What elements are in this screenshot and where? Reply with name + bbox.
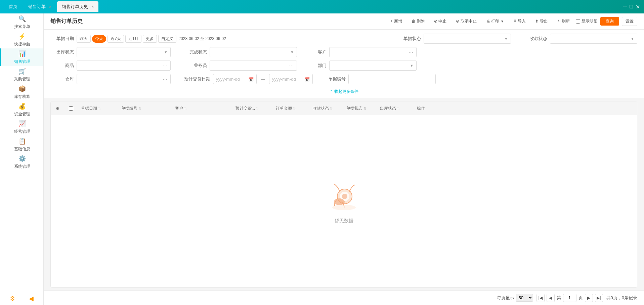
query-button[interactable]: 查询 [600, 17, 619, 26]
bill-number-input[interactable] [348, 74, 436, 84]
th-num[interactable]: 单据编号 ⇅ [118, 106, 172, 111]
empty-icon [327, 179, 361, 213]
th-amount-label: 订单金额 [276, 106, 292, 111]
warehouse-input[interactable]: ··· [77, 74, 171, 84]
print-button[interactable]: 🖨 打印 ▼ [483, 17, 507, 26]
date-tag-custom[interactable]: 自定义 [158, 35, 176, 43]
import-button[interactable]: ⬇ 导入 [510, 17, 529, 26]
payment-status-label: 收款状态 [520, 36, 547, 42]
salesperson-input[interactable]: ··· [210, 61, 297, 71]
th-check[interactable] [64, 106, 78, 111]
th-date[interactable]: 单据日期 ⇅ [78, 106, 118, 111]
sidebar-item-sales[interactable]: 📊 销售管理 [0, 48, 43, 66]
delivery-date-to-input[interactable]: yyyy-mm-dd 📅 [269, 74, 313, 84]
goods-dots[interactable]: ··· [163, 63, 168, 68]
date-separator: — [259, 77, 266, 82]
cancel-stop-button[interactable]: ⊘ 取消中止 [453, 17, 480, 26]
filter-row-1: 单据日期 昨天 今天 近7天 近1月 更多 自定义 2023-06-02 至 2… [50, 34, 637, 44]
page-size-dropdown[interactable]: 10 20 50 100 [516, 294, 533, 302]
tab-sales-order-close[interactable]: × [49, 5, 51, 9]
tab-sales-order[interactable]: 销售订单 × [24, 1, 56, 12]
payment-status-input[interactable]: ▼ [550, 34, 637, 44]
sidebar-item-purchase[interactable]: 🛒 采购管理 [0, 66, 43, 83]
tab-home[interactable]: 首页 [4, 1, 22, 12]
sidebar-item-operation-label: 经营管理 [14, 129, 30, 135]
operation-icon: 📈 [18, 120, 26, 127]
complete-status-input[interactable]: ▼ [210, 47, 297, 57]
query-button-label: 查询 [606, 18, 614, 24]
sidebar-item-sales-label: 销售管理 [14, 59, 30, 65]
pagination-first-btn[interactable]: |◀ [536, 294, 545, 302]
settings-button-label: 设置 [626, 18, 634, 24]
salesperson-dots[interactable]: ··· [289, 63, 294, 68]
th-payment-label: 收款状态 [313, 106, 329, 111]
collapse-row[interactable]: ⌃ 收起更多条件 [50, 87, 637, 94]
sidebar-item-system[interactable]: ⚙️ 系统管理 [0, 153, 43, 171]
date-tag-7days[interactable]: 近7天 [108, 35, 124, 43]
payment-status-arrow: ▼ [631, 37, 634, 41]
window-close-icon[interactable]: ✕ [636, 4, 640, 10]
pagination-prev-btn[interactable]: ◀ [547, 294, 555, 302]
filter-row-4: 仓库 ··· 预计交货日期 yyyy-mm-dd 📅 — yyyy-mm-dd … [50, 74, 637, 84]
sidebar-item-finance-label: 资金管理 [14, 111, 30, 117]
customer-input[interactable]: ··· [329, 47, 417, 57]
date-tag-today[interactable]: 今天 [92, 35, 106, 43]
th-stock-out[interactable]: 出库状态 ⇅ [377, 106, 414, 111]
refresh-button[interactable]: ↻ 刷新 [554, 17, 573, 26]
warehouse-dots[interactable]: ··· [163, 76, 168, 82]
th-customer[interactable]: 客户 ⇅ [172, 106, 232, 111]
th-amount[interactable]: 订单金额 ⇅ [272, 106, 309, 111]
table-area: ⚙ 单据日期 ⇅ 单据编号 ⇅ 客户 ⇅ 预计交货... [50, 102, 637, 288]
salesperson-label: 业务员 [180, 63, 207, 69]
new-button[interactable]: + 新增 [387, 17, 405, 26]
settings-button[interactable]: 设置 [622, 17, 637, 26]
th-num-label: 单据编号 [121, 106, 137, 111]
goods-input[interactable]: ··· [77, 61, 171, 71]
sidebar-item-search[interactable]: 🔍 搜索菜单 [0, 13, 43, 31]
stop-button[interactable]: ⊘ 中止 [431, 17, 450, 26]
dept-input[interactable]: ▼ [329, 61, 417, 71]
delivery-date-from-placeholder: yyyy-mm-dd [216, 77, 240, 82]
show-cols-checkbox[interactable] [576, 19, 580, 24]
delete-button[interactable]: 🗑 删除 [408, 17, 428, 26]
tab-sales-order-history-close[interactable]: × [91, 5, 93, 9]
th-op-label: 操作 [417, 106, 425, 111]
customer-dots[interactable]: ··· [409, 49, 414, 55]
sidebar-settings-icon[interactable]: ⚙ [10, 295, 15, 302]
tab-sales-order-history[interactable]: 销售订单历史 × [57, 1, 98, 12]
complete-status-label: 完成状态 [180, 49, 207, 55]
th-bill-status[interactable]: 单据状态 ⇅ [343, 106, 377, 111]
calendar-to-icon[interactable]: 📅 [304, 77, 310, 82]
current-page-input[interactable] [563, 294, 576, 302]
pagination-next-btn[interactable]: ▶ [585, 294, 593, 302]
date-tag-1month[interactable]: 近1月 [125, 35, 142, 43]
sidebar-item-finance[interactable]: 💰 资金管理 [0, 101, 43, 118]
pagination-last-btn[interactable]: ▶| [595, 294, 603, 302]
print-dropdown-icon[interactable]: ▼ [501, 20, 504, 23]
page-label-prefix: 第 [557, 295, 561, 301]
th-delivery[interactable]: 预计交货... ⇅ [232, 106, 272, 111]
goods-label: 商品 [50, 63, 74, 69]
total-records: 共0页，0条记录 [606, 295, 637, 301]
page-header: 销售订单历史 + 新增 🗑 删除 ⊘ 中止 ⊘ 取消中止 🖨 打印 ▼ [44, 13, 644, 30]
date-tag-more[interactable]: 更多 [143, 35, 157, 43]
sidebar-collapse-icon[interactable]: ◀ [29, 295, 34, 302]
window-maximize-icon[interactable]: □ [630, 4, 633, 10]
th-settings[interactable]: ⚙ [51, 106, 64, 111]
sidebar-item-inventory[interactable]: 📦 库存核算 [0, 83, 43, 101]
stock-out-input[interactable]: ▼ [77, 47, 171, 57]
th-payment[interactable]: 收款状态 ⇅ [309, 106, 343, 111]
bill-status-input[interactable]: ▼ [424, 34, 511, 44]
select-all-checkbox[interactable] [69, 106, 73, 111]
sidebar-item-basic[interactable]: 📋 基础信息 [0, 136, 43, 153]
delivery-date-from-input[interactable]: yyyy-mm-dd 📅 [213, 74, 257, 84]
main-layout: 🔍 搜索菜单 ⚡ 快捷导航 📊 销售管理 🛒 采购管理 📦 库存核算 💰 资金管… [0, 13, 644, 305]
sidebar-item-quicknav[interactable]: ⚡ 快捷导航 [0, 31, 43, 48]
complete-status-arrow: ▼ [290, 50, 294, 54]
export-button[interactable]: ⬆ 导出 [532, 17, 551, 26]
calendar-from-icon[interactable]: 📅 [248, 77, 254, 82]
window-minimize-icon[interactable]: ─ [623, 4, 627, 10]
stock-out-arrow: ▼ [164, 50, 168, 54]
date-tag-yesterday[interactable]: 昨天 [77, 35, 91, 43]
sidebar-item-operation[interactable]: 📈 经营管理 [0, 118, 43, 136]
